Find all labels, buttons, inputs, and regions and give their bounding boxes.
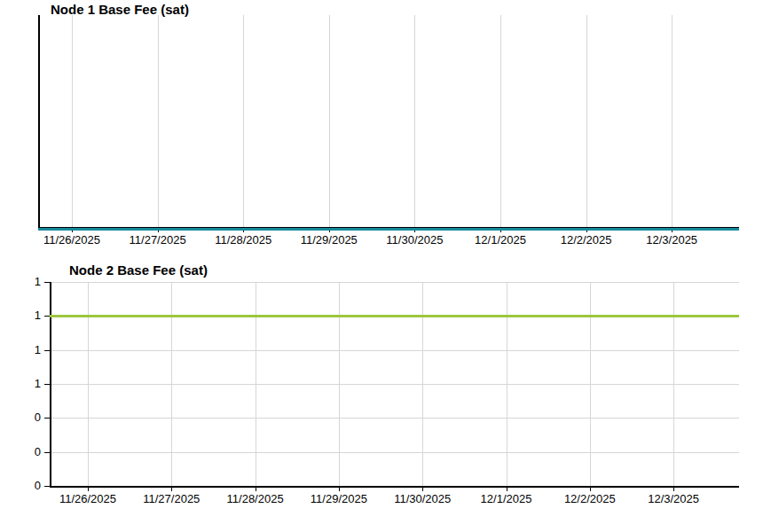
x-tick-label: 12/2/2025 bbox=[564, 493, 616, 505]
x-tick-label: 11/28/2025 bbox=[227, 493, 284, 505]
y-tick-label: 1 bbox=[35, 309, 41, 322]
y-gridline bbox=[50, 452, 739, 453]
x-tick-label: 11/29/2025 bbox=[311, 493, 367, 505]
x-tick-label: 12/1/2025 bbox=[481, 493, 532, 505]
chart2-plot-area: 11/26/202511/27/202511/28/202511/29/2025… bbox=[0, 0, 763, 532]
y-tick-label: 1 bbox=[35, 344, 41, 356]
series-line bbox=[50, 315, 739, 317]
y-gridline bbox=[50, 384, 739, 385]
x-tick-label: 12/3/2025 bbox=[648, 493, 699, 505]
y-tick-label: 0 bbox=[35, 480, 41, 492]
y-tick-label: 0 bbox=[35, 411, 41, 424]
y-gridline bbox=[50, 350, 739, 351]
x-axis bbox=[50, 486, 739, 488]
chart-node2-base-fee: Node 2 Base Fee (sat) 11/26/202511/27/20… bbox=[0, 0, 763, 532]
y-tick-label: 1 bbox=[35, 378, 41, 390]
y-tick-label: 1 bbox=[35, 276, 41, 288]
y-tick-label: 0 bbox=[35, 446, 41, 458]
x-tick-label: 11/26/2025 bbox=[59, 493, 116, 505]
y-gridline bbox=[50, 418, 739, 419]
x-tick-label: 11/30/2025 bbox=[394, 493, 451, 505]
y-axis bbox=[50, 282, 51, 487]
x-tick-label: 11/27/2025 bbox=[143, 493, 200, 505]
charts-canvas: Node 1 Base Fee (sat) 11/26/202511/27/20… bbox=[0, 0, 763, 532]
y-gridline bbox=[50, 282, 739, 283]
